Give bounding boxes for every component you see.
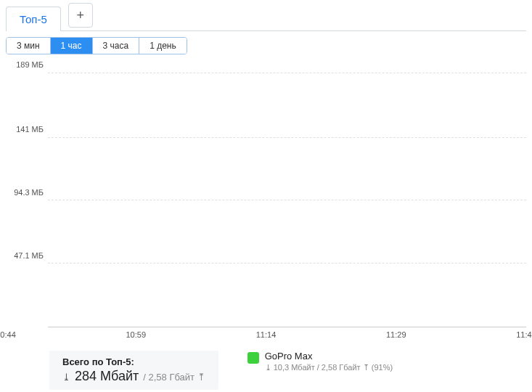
x-tick-label: 11:14: [256, 330, 277, 339]
y-tick-label: 189 МБ: [16, 60, 44, 69]
legend-item[interactable]: GoPro Max ⤓ 10,3 Мбайт / 2,58 Гбайт ⤒ (9…: [247, 351, 393, 372]
total-summary: Всего по Топ-5: ⤓ 284 Мбайт / 2,58 Гбайт…: [49, 351, 218, 390]
range-button[interactable]: 3 часа: [93, 38, 140, 54]
total-title: Всего по Топ-5:: [62, 356, 205, 367]
legend-swatch: [247, 352, 259, 364]
total-download-value: 284 Мбайт: [75, 369, 139, 384]
y-tick-label: 47.1 МБ: [14, 251, 44, 260]
chart-plot[interactable]: [48, 59, 526, 327]
range-button[interactable]: 3 мин: [7, 38, 51, 54]
x-tick-label: 11:29: [386, 330, 406, 339]
legend-name: GoPro Max: [265, 351, 393, 362]
total-upload-value: / 2,58 Гбайт ⤒: [143, 372, 205, 383]
range-button[interactable]: 1 час: [51, 38, 93, 54]
x-tick-label: 11:44: [516, 330, 532, 339]
range-button[interactable]: 1 день: [139, 38, 187, 54]
legend-stats: ⤓ 10,3 Мбайт / 2,58 Гбайт ⤒ (91%): [265, 363, 393, 372]
y-axis: 47.1 МБ94.3 МБ141 МБ189 МБ: [6, 59, 48, 327]
tab-top5[interactable]: Топ-5: [6, 7, 61, 31]
time-range-group: 3 мин1 час3 часа1 день: [6, 37, 187, 54]
chart-footer: Всего по Топ-5: ⤓ 284 Мбайт / 2,58 Гбайт…: [6, 345, 526, 390]
x-axis: 10:4410:5911:1411:2911:44: [6, 327, 526, 345]
download-icon: ⤓: [62, 372, 70, 383]
x-tick-label: 10:59: [126, 330, 146, 339]
x-tick-label: 10:44: [0, 330, 16, 339]
y-tick-label: 141 МБ: [16, 125, 44, 134]
y-tick-label: 94.3 МБ: [14, 188, 44, 197]
tabs-bar: Топ-5 +: [6, 6, 526, 31]
add-tab-button[interactable]: +: [68, 3, 93, 28]
chart-area: 47.1 МБ94.3 МБ141 МБ189 МБ: [6, 59, 526, 327]
